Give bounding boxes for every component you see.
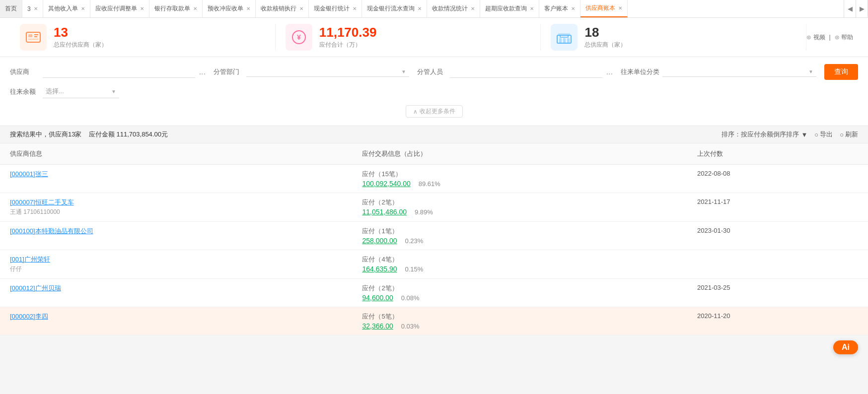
svg-rect-8 xyxy=(560,35,568,37)
close-icon[interactable]: ✕ xyxy=(299,6,303,11)
col-header-supplier: 供应商信息 xyxy=(0,143,352,165)
filter-area: 供应商 ... 分管部门 ▼ 分管人员 ... 往来单位分类 ▼ 查询 往来 xyxy=(0,57,868,126)
close-icon[interactable]: ✕ xyxy=(140,6,144,11)
refresh-label: 刷新 xyxy=(845,130,858,139)
total-suppliers-number: 18 xyxy=(584,25,626,40)
nav-tab-other-income[interactable]: 其他收入单 ✕ xyxy=(43,0,90,17)
nav-tab-overdue[interactable]: 超期应收款查询 ✕ xyxy=(480,0,539,17)
stat-payable-suppliers: 13 总应付供应商（家） xyxy=(10,24,276,51)
table-row: [000002]李四应付（5笔）32,366.000.03%2020-11-20 xyxy=(0,307,868,335)
close-icon[interactable]: ✕ xyxy=(81,6,85,11)
collapse-btn-label: 收起更多条件 xyxy=(420,107,455,116)
tx-percent: 0.03% xyxy=(401,323,420,330)
dept-chevron-down-icon: ▼ xyxy=(401,69,406,74)
tx-label: 应付（2笔） xyxy=(362,198,677,207)
tx-row: 164,635.900.15% xyxy=(362,264,677,273)
tx-row: 258,000.000.23% xyxy=(362,236,677,245)
close-icon[interactable]: ✕ xyxy=(471,6,475,11)
refresh-button[interactable]: ○ 刷新 xyxy=(840,130,858,139)
nav-prev-button[interactable]: ◀ xyxy=(844,0,856,18)
nav-tab-overdue-label: 超期应收款查询 xyxy=(485,4,527,13)
nav-tab-ar-ap-adjust[interactable]: 应收应付调整单 ✕ xyxy=(90,0,149,17)
collapse-button[interactable]: ∧ 收起更多条件 xyxy=(406,105,463,118)
table-row: [000007]恒旺二手叉车王通 17106110000应付（2笔）11,051… xyxy=(0,193,868,222)
supplier-link[interactable]: [000012]广州贝瑞 xyxy=(10,284,61,292)
nav-tab-payment-stat[interactable]: 收款情况统计 ✕ xyxy=(427,0,480,17)
nav-tab-bank-deposit[interactable]: 银行存取款单 ✕ xyxy=(149,0,203,17)
tx-amount[interactable]: 94,600.00 xyxy=(362,294,393,302)
supplier-input[interactable] xyxy=(43,66,195,78)
nav-tab-home[interactable]: 首页 xyxy=(0,0,22,17)
last-payment-date: 2020-11-20 xyxy=(697,312,730,320)
tx-amount[interactable]: 258,000.00 xyxy=(362,237,397,245)
tx-amount[interactable]: 164,635.90 xyxy=(362,265,397,273)
sort-select[interactable]: 排序：按应付余额倒序排序 ▼ xyxy=(722,130,807,139)
close-icon[interactable]: ✕ xyxy=(353,6,357,11)
export-button[interactable]: ○ 导出 xyxy=(814,130,833,139)
close-icon[interactable]: ✕ xyxy=(571,6,575,11)
tx-label: 应付（1笔） xyxy=(362,227,677,236)
svg-rect-9 xyxy=(559,38,562,43)
close-icon[interactable]: ✕ xyxy=(34,6,38,11)
supplier-info-cell: [000100]本特勤油品有限公司 xyxy=(0,222,352,250)
table-row: [000012]广州贝瑞应付（2笔）94,600.000.08%2021-03-… xyxy=(0,279,868,307)
last-payment-cell: 2023-01-30 xyxy=(687,222,868,250)
dept-filter: 分管部门 ▼ xyxy=(214,67,409,77)
supplier-info-cell: [000007]恒旺二手叉车王通 17106110000 xyxy=(0,193,352,222)
balance-filter: 往来余额 选择... ▼ xyxy=(10,85,119,98)
supplier-link[interactable]: [001]广州荣轩 xyxy=(10,256,50,263)
person-input[interactable] xyxy=(450,66,602,78)
nav-tab-supplier-ledger[interactable]: 供应商账本 ✕ xyxy=(580,0,628,17)
svg-rect-11 xyxy=(567,38,570,43)
video-link[interactable]: ⊙ 视频 xyxy=(806,33,825,42)
tx-percent: 0.08% xyxy=(401,294,420,302)
tx-amount[interactable]: 11,051,486.00 xyxy=(362,208,407,216)
supplier-link[interactable]: [000100]本特勤油品有限公司 xyxy=(10,227,93,235)
nav-tab-customer-ledger[interactable]: 客户账本 ✕ xyxy=(539,0,580,17)
tx-info-cell: 应付（1笔）258,000.000.23% xyxy=(352,222,687,250)
nav-next-button[interactable]: ▶ xyxy=(856,0,868,18)
payable-total-number: 11,170.39 xyxy=(319,25,377,40)
total-suppliers-label: 总供应商（家） xyxy=(584,41,626,49)
payable-suppliers-label: 总应付供应商（家） xyxy=(54,41,107,49)
dept-select[interactable]: ▼ xyxy=(246,67,409,77)
nav-tab-cash-bank-stat-label: 现金银行统计 xyxy=(314,4,350,13)
close-icon[interactable]: ✕ xyxy=(246,6,250,11)
nav-tab-prepay[interactable]: 预收冲应收单 ✕ xyxy=(203,0,256,17)
result-info: 搜索结果中，供应商13家 应付金额 111,703,854.00元 xyxy=(10,130,168,139)
svg-rect-10 xyxy=(563,38,566,43)
payable-total-icon: ¥ xyxy=(286,24,312,51)
tx-amount[interactable]: 100,092,540.00 xyxy=(362,180,410,188)
category-filter: 往来单位分类 ▼ xyxy=(621,67,816,77)
person-dots-button[interactable]: ... xyxy=(606,67,613,76)
nav-arrows: ◀ ▶ xyxy=(844,0,868,18)
nav-tab-bank-deposit-label: 银行存取款单 xyxy=(154,4,190,13)
balance-filter-label: 往来余额 xyxy=(10,87,40,96)
supplier-info-cell: [000001]张三 xyxy=(0,165,352,193)
close-icon[interactable]: ✕ xyxy=(618,5,622,11)
nav-tab-3[interactable]: 3 ✕ xyxy=(22,0,43,17)
close-icon[interactable]: ✕ xyxy=(418,6,422,11)
search-button[interactable]: 查询 xyxy=(824,64,858,80)
close-icon[interactable]: ✕ xyxy=(530,6,534,11)
nav-tab-collection[interactable]: 收款核销执行 ✕ xyxy=(256,0,309,17)
last-payment-date: 2021-11-17 xyxy=(697,198,730,205)
category-select[interactable]: ▼ xyxy=(662,67,816,77)
svg-rect-1 xyxy=(28,34,32,37)
tx-amount[interactable]: 32,366.00 xyxy=(362,322,393,330)
tx-row: 32,366.000.03% xyxy=(362,321,677,330)
supplier-info-cell: [001]广州荣轩仔仔 xyxy=(0,250,352,279)
last-payment-date: 2021-03-25 xyxy=(697,284,730,291)
stat-total-suppliers-text: 18 总供应商（家） xyxy=(584,25,626,49)
supplier-dots-button[interactable]: ... xyxy=(199,67,206,76)
nav-tab-cash-bank-stat[interactable]: 现金银行统计 ✕ xyxy=(309,0,362,17)
nav-tab-cash-flow-label: 现金银行流水查询 xyxy=(367,4,415,13)
sort-chevron-down-icon: ▼ xyxy=(801,131,807,138)
balance-select[interactable]: 选择... ▼ xyxy=(43,85,119,98)
supplier-link[interactable]: [000002]李四 xyxy=(10,313,48,320)
close-icon[interactable]: ✕ xyxy=(193,6,197,11)
supplier-link[interactable]: [000001]张三 xyxy=(10,170,48,178)
help-link[interactable]: ⊙ 帮助 xyxy=(835,33,853,42)
supplier-link[interactable]: [000007]恒旺二手叉车 xyxy=(10,198,74,206)
nav-tab-cash-flow[interactable]: 现金银行流水查询 ✕ xyxy=(362,0,427,17)
